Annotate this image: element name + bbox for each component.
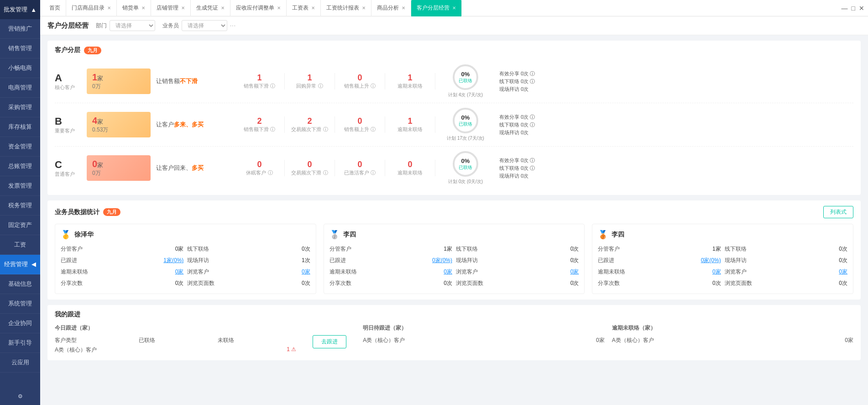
- tier-a-stat-2[interactable]: 1 回购异常 ⓘ: [285, 73, 335, 89]
- sidebar-item-xcdz[interactable]: 小畅电商: [0, 58, 40, 78]
- tab-close-icon[interactable]: ✕: [221, 5, 225, 11]
- tab-customer-tier[interactable]: 客户分层经营 ✕: [411, 0, 462, 16]
- tab-store-products[interactable]: 门店商品目录 ✕: [66, 0, 117, 16]
- agent-1-stat-pages: 浏览页面数 0次: [187, 279, 310, 288]
- dept-select[interactable]: 请选择: [110, 20, 155, 31]
- tab-home[interactable]: 首页: [44, 0, 66, 16]
- tab-maximize-icon[interactable]: □: [852, 5, 855, 12]
- sidebar-item-xtgl[interactable]: 系统管理: [0, 294, 40, 314]
- agent-1-header: 🥇 徐泽华: [61, 230, 310, 240]
- tab-close-icon[interactable]: ✕: [402, 5, 405, 11]
- tab-close-icon[interactable]: ✕: [181, 5, 185, 11]
- tab-close-window-icon[interactable]: ✕: [859, 5, 864, 12]
- tab-close-icon[interactable]: ✕: [452, 5, 456, 11]
- sidebar-item-gdzy[interactable]: 固定资产: [0, 216, 40, 235]
- followup-header-row: 客户类型 已联络 未联络: [55, 336, 296, 345]
- sidebar-item-cggl[interactable]: 采购管理: [0, 98, 40, 117]
- sidebar-item-yyyy[interactable]: 云应用: [0, 353, 40, 373]
- tab-sales-order[interactable]: 销货单 ✕: [117, 0, 151, 16]
- agent-3-stat-overdue: 逾期未联络 0家: [598, 267, 721, 277]
- tier-b-stat-2[interactable]: 2 交易频次下滑 ⓘ: [285, 116, 335, 133]
- agent-1-medal: 🥇: [61, 230, 71, 240]
- tier-b-stat-4[interactable]: 1 逾期未联络: [385, 116, 435, 133]
- list-view-button[interactable]: 列表式: [823, 206, 853, 218]
- tab-payroll-report[interactable]: 工资统计报表 ✕: [321, 0, 371, 16]
- tier-b-ring: 0% 已联络 计划 17次 (7天/次): [443, 108, 488, 142]
- tab-bar: 首页 门店商品目录 ✕ 销货单 ✕ 店铺管理 ✕ 生成凭证 ✕ 应收应付调整单 …: [40, 0, 868, 16]
- sidebar-top-label: 批发管理: [4, 5, 27, 14]
- sidebar-item-zjgl[interactable]: 资金管理: [0, 137, 40, 157]
- sidebar-item-xsyd[interactable]: 新手引导: [0, 333, 40, 353]
- tab-store-manage[interactable]: 店铺管理 ✕: [151, 0, 191, 16]
- sidebar-item-jcxx[interactable]: 基础信息: [0, 274, 40, 294]
- tier-c-stat-2[interactable]: 0 交易频次下滑 ⓘ: [285, 160, 335, 176]
- agent-3-name: 李四: [612, 231, 624, 239]
- tier-c-count[interactable]: 0家 0万: [87, 155, 151, 181]
- sidebar-top[interactable]: 批发管理 ▲: [0, 0, 40, 19]
- tier-a-stat-3[interactable]: 0 销售额上升 ⓘ: [335, 73, 385, 89]
- followup-tomorrow-col: 明日待跟进（家） A类（核心）客户 0家: [363, 324, 604, 345]
- go-followup-button[interactable]: 去跟进: [313, 335, 346, 348]
- agent-3-stat-browse: 浏览客户 0家: [725, 267, 847, 277]
- tab-close-icon[interactable]: ✕: [311, 5, 315, 11]
- tier-b-count[interactable]: 4家 0.53万: [87, 112, 151, 137]
- tab-ar-ap[interactable]: 应收应付调整单 ✕: [230, 0, 287, 16]
- tab-product-analysis[interactable]: 商品分析 ✕: [371, 0, 411, 16]
- sidebar-item-dssl[interactable]: 电商管理: [0, 78, 40, 98]
- sidebar-item-qyxt[interactable]: 企业协同: [0, 314, 40, 333]
- gear-icon[interactable]: ⚙: [0, 388, 40, 405]
- sidebar-item-zzgl[interactable]: 总账管理: [0, 157, 40, 176]
- agent-2-stats: 分管客户 1家 线下联络 0次 已跟进 0家(0%) 现场拜访: [329, 244, 579, 288]
- sidebar-item-swgl[interactable]: 税务管理: [0, 196, 40, 216]
- agent-select[interactable]: 请选择: [182, 20, 227, 31]
- header-bar: 客户分层经营 部门 请选择 业务员 请选择 ···: [40, 16, 868, 35]
- tier-c-stat-4[interactable]: 0 逾期未联络: [385, 160, 435, 176]
- tab-payroll[interactable]: 工资表 ✕: [287, 0, 321, 16]
- sidebar-item-jygl[interactable]: 经营管理 ◀: [0, 255, 40, 274]
- agent-2-name: 李四: [343, 231, 356, 239]
- tier-c-stat-1[interactable]: 0 休眠客户 ⓘ: [235, 160, 285, 176]
- tab-close-icon[interactable]: ✕: [362, 5, 366, 11]
- sidebar-item-xsgl[interactable]: 销售管理: [0, 39, 40, 58]
- tab-close-icon[interactable]: ✕: [107, 5, 111, 11]
- stats-header: 业务员数据统计 九月 列表式: [55, 206, 853, 218]
- tier-b-action: 让客户多来、多买: [156, 121, 229, 129]
- sidebar-item-gz[interactable]: 工资: [0, 235, 40, 255]
- tier-b-extras: 有效分享 0次 ⓘ 线下联络 0次 ⓘ 现场拜访 0次: [496, 114, 853, 136]
- tier-c-label: C 普通客户: [55, 159, 87, 178]
- tier-c-action: 让客户回来、多买: [156, 164, 229, 172]
- tier-a-stat-1[interactable]: 1 销售额下滑 ⓘ: [235, 73, 285, 89]
- tier-b-stat-1[interactable]: 2 销售额下滑 ⓘ: [235, 116, 285, 133]
- more-options-icon[interactable]: ···: [230, 22, 236, 29]
- agent-1-stat-manage: 分管客户 0家: [61, 244, 183, 254]
- tab-close-icon[interactable]: ✕: [277, 5, 281, 11]
- tier-a-stat-4[interactable]: 1 逾期未联络: [385, 73, 435, 89]
- agent-2-stat-browse: 浏览客户 0家: [456, 267, 579, 277]
- agent-2-stat-share: 分享次数 0次: [329, 279, 452, 288]
- tab-voucher[interactable]: 生成凭证 ✕: [191, 0, 230, 16]
- sidebar-item-kchz[interactable]: 库存核算: [0, 117, 40, 137]
- agent-field: 业务员 请选择 ···: [162, 20, 236, 31]
- sidebar-item-fpgl[interactable]: 发票管理: [0, 176, 40, 196]
- sidebar-item-yxtg[interactable]: 营销推广: [0, 19, 40, 39]
- agent-3-medal: 🥉: [598, 230, 608, 240]
- agent-1-stat-offline: 线下联络 0次: [187, 244, 310, 254]
- agent-label: 业务员: [162, 22, 179, 30]
- agent-1-stat-browse: 浏览客户 0家: [187, 267, 310, 277]
- tab-minimize-icon[interactable]: —: [842, 5, 848, 12]
- agent-3-stat-visit: 现场拜访 0次: [725, 256, 847, 265]
- tier-b-stat-3[interactable]: 0 销售额上升 ⓘ: [335, 116, 385, 133]
- agent-1-stat-visit: 现场拜访 1次: [187, 256, 310, 265]
- sidebar: 批发管理 ▲ 营销推广 销售管理 小畅电商 电商管理 采购管理 库存核算 资金管…: [0, 0, 40, 405]
- agent-2-stat-followed: 已跟进 0家(0%): [329, 256, 452, 265]
- page-title: 客户分层经营: [47, 21, 89, 30]
- followup-title: 我的跟进: [55, 310, 853, 319]
- agents-grid: 🥇 徐泽华 分管客户 0家 线下联络 0次 已跟进: [55, 224, 853, 294]
- followup-btn-col: 去跟进: [303, 324, 356, 348]
- tier-c-stat-3[interactable]: 0 已激活客户 ⓘ: [335, 160, 385, 176]
- agent-2-stat-pages: 浏览页面数 0次: [456, 279, 579, 288]
- tier-a-ring: 0% 已联络 计划 4次 (7天/次): [443, 64, 488, 98]
- tier-a-count[interactable]: 1家 0万: [87, 68, 151, 94]
- tab-close-icon[interactable]: ✕: [141, 5, 145, 11]
- tier-c-ring: 0% 已联络 计划 0次 (0天/次): [443, 151, 488, 185]
